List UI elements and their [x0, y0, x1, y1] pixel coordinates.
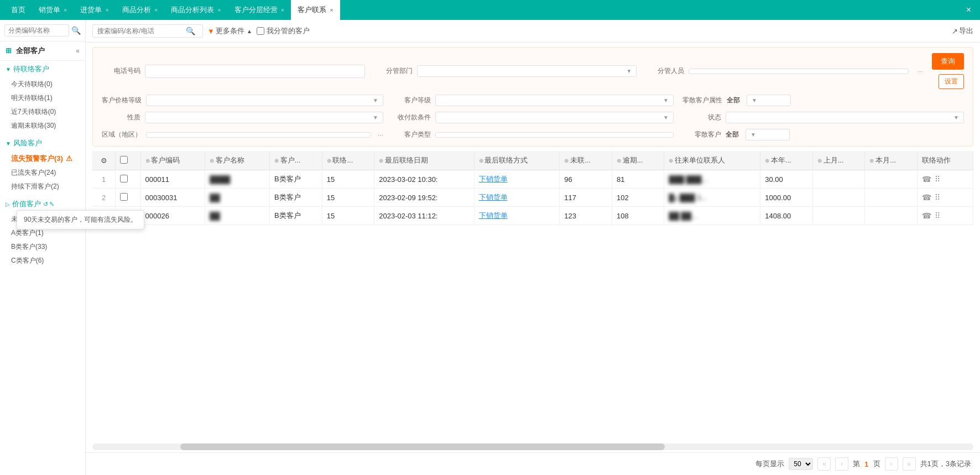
settings-button[interactable]: 设置	[939, 74, 964, 89]
table-row: 2 00030031 ██ B类客户 15 2023-02-09 19:52: …	[92, 189, 973, 207]
sidebar-group-pending[interactable]: ▼ 待联络客户	[0, 61, 85, 77]
actions: ☎ ⠿	[917, 189, 973, 207]
close-icon[interactable]: ×	[105, 7, 108, 13]
th-settings[interactable]: ⚙	[92, 151, 116, 170]
th-this-year[interactable]: 本年...	[760, 151, 813, 170]
sidebar-item-tomorrow[interactable]: 明天待联络(1)	[0, 91, 85, 105]
last-contact-method[interactable]: 下销货单	[474, 207, 560, 225]
edit-icon[interactable]: ✎	[49, 201, 54, 208]
last-contact-method[interactable]: 下销货单	[474, 170, 560, 189]
export-button[interactable]: ↗ 导出	[952, 26, 973, 36]
status-select[interactable]: ▼	[726, 112, 964, 123]
search-input[interactable]	[97, 27, 186, 35]
table-row: 1 000011 ████ B类客户 15 2023-03-02 10:30: …	[92, 170, 973, 189]
th-code[interactable]: 客户编码	[140, 151, 205, 170]
region-select[interactable]	[146, 132, 371, 138]
contact-icon[interactable]: ☎	[922, 175, 931, 184]
nav-tab-product-analysis-list[interactable]: 商品分析列表 ×	[164, 0, 227, 20]
per-page-select[interactable]: 50	[789, 458, 813, 470]
sidebar-item-b-class[interactable]: B类客户(33)	[0, 240, 85, 254]
more-actions-icon[interactable]: ⠿	[935, 193, 940, 202]
sidebar-item-declining[interactable]: 持续下滑客户(2)	[0, 180, 85, 194]
chevron-down-icon: ▼	[373, 97, 378, 103]
th-type[interactable]: 客户...	[270, 151, 322, 170]
sidebar-item-7days[interactable]: 近7天待联络(0)	[0, 105, 85, 119]
close-icon[interactable]: ×	[281, 7, 284, 13]
sidebar-item-c-class[interactable]: C类客户(6)	[0, 254, 85, 268]
contact-person: █y ███ 3...	[664, 189, 760, 207]
horizontal-scrollbar[interactable]	[92, 443, 973, 450]
th-contact-person[interactable]: 往来单位联系人	[664, 151, 760, 170]
th-last-contact-method[interactable]: 最后联络方式	[474, 151, 560, 170]
sidebar-search-input[interactable]	[4, 24, 69, 36]
nav-tab-product-analysis[interactable]: 商品分析 ×	[116, 0, 164, 20]
contact-icon[interactable]: ☎	[922, 211, 931, 220]
more-actions-icon[interactable]: ⠿	[935, 175, 940, 184]
more-actions-icon[interactable]: ⠿	[935, 211, 940, 220]
first-page-button[interactable]: «	[817, 457, 831, 471]
search-button[interactable]: 🔍	[186, 27, 195, 35]
close-icon[interactable]: ×	[154, 7, 158, 13]
last-page-button[interactable]: »	[903, 457, 916, 471]
customer-type: B类客户	[270, 189, 322, 207]
customer-code: 000011	[140, 170, 205, 189]
chevron-down-icon: ▼	[626, 68, 632, 74]
nav-home[interactable]: 首页	[4, 0, 32, 20]
manager-more-btn[interactable]: ···	[918, 67, 923, 75]
th-last-month[interactable]: 上月...	[812, 151, 865, 170]
contact-icon[interactable]: ☎	[922, 193, 931, 202]
th-overdue[interactable]: 逾期...	[612, 151, 664, 170]
my-customers-checkbox[interactable]: 我分管的客户	[257, 26, 310, 36]
th-this-month[interactable]: 本月...	[865, 151, 918, 170]
zero-customer-select[interactable]: ▼	[746, 129, 790, 140]
sidebar-item-churn-warning[interactable]: 流失预警客户(3) ⚠	[0, 152, 85, 166]
prev-page-button[interactable]: ‹	[835, 457, 848, 471]
customer-level-select[interactable]: ▼	[146, 95, 383, 106]
actions: ☎ ⠿	[917, 170, 973, 189]
next-page-button[interactable]: ›	[885, 457, 898, 471]
nav-tab-purchase[interactable]: 进货单 ×	[74, 0, 115, 20]
close-all-button[interactable]: ×	[962, 5, 976, 15]
refresh-icon[interactable]: ↺	[43, 201, 48, 208]
action-icons: ☎ ⠿	[922, 211, 968, 220]
nav-tab-customer-layer[interactable]: 客户分层经营 ×	[228, 0, 291, 20]
sidebar-group-risk[interactable]: ▼ 风险客户	[0, 135, 85, 152]
query-button[interactable]: 查询	[932, 53, 964, 70]
close-icon[interactable]: ×	[330, 7, 333, 13]
sidebar-item-today[interactable]: 今天待联络(0)	[0, 77, 85, 91]
select-all-checkbox[interactable]	[120, 156, 128, 164]
row-select-checkbox[interactable]	[120, 193, 128, 201]
manager-select[interactable]	[689, 69, 909, 74]
phone-input[interactable]	[145, 65, 365, 78]
overdue: 102	[612, 189, 664, 207]
th-uncontacted[interactable]: 未联...	[560, 151, 612, 170]
zero-attr-field: 零散客户属性 全部 ▼	[682, 95, 964, 106]
th-name[interactable]: 客户名称	[205, 151, 270, 170]
last-contact-method[interactable]: 下销货单	[474, 189, 560, 207]
close-icon[interactable]: ×	[217, 7, 221, 13]
sidebar-collapse-icon[interactable]: «	[76, 47, 80, 55]
more-filter-button[interactable]: ▼ 更多条件 ▲	[207, 26, 252, 36]
sidebar-all-customers[interactable]: ⊞ 全部客户 «	[0, 41, 85, 61]
my-customers-check[interactable]	[257, 27, 264, 35]
close-icon[interactable]: ×	[64, 7, 67, 13]
nav-tab-sales[interactable]: 销货单 ×	[32, 0, 74, 20]
customer-type-select[interactable]	[435, 132, 674, 138]
payment-select[interactable]: ▼	[435, 112, 674, 123]
page-word: 页	[873, 459, 880, 469]
dept-select[interactable]: ▼	[417, 65, 637, 77]
sidebar-item-churned[interactable]: 已流失客户(24)	[0, 166, 85, 180]
scrollbar-thumb[interactable]	[180, 443, 665, 450]
region-more-btn[interactable]: ···	[378, 131, 383, 139]
row-select-checkbox[interactable]	[120, 175, 128, 182]
nature-select[interactable]: ▼	[145, 112, 383, 123]
nav-tab-customer-contact[interactable]: 客户联系 ×	[291, 0, 340, 20]
th-contact-count[interactable]: 联络...	[322, 151, 374, 170]
zero-attr-select[interactable]: ▼	[747, 95, 791, 106]
dept-label: 分管部门	[374, 66, 413, 76]
this-year: 30.00	[760, 170, 813, 189]
sidebar-item-overdue[interactable]: 逾期未联络(30)	[0, 119, 85, 133]
customer-grade-select[interactable]: ▼	[435, 95, 674, 106]
uncontacted: 123	[560, 207, 612, 225]
th-last-contact-date[interactable]: 最后联络日期	[374, 151, 474, 170]
